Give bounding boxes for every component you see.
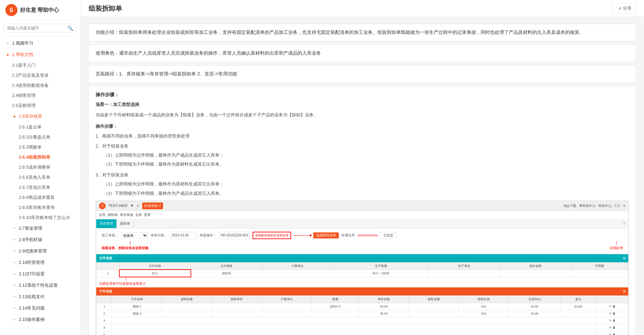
mock-ctd-4-0: 5 <box>97 331 112 335</box>
sidebar-item-label-2-14: 2.14常见问题 <box>19 305 45 311</box>
mock-ctd-0-9: 01.00 <box>509 303 560 310</box>
mock-ctd-2-rest <box>112 317 596 324</box>
sidebar-item-label-2-6: 2.6库存核算 <box>19 113 42 119</box>
logo-text: 好生意 帮助中心 <box>20 7 59 14</box>
sidebar-item-label-2-13: 2.13在线支付 <box>19 294 45 300</box>
mock-child-header: 子件信息 ⊞ <box>96 287 628 295</box>
content-area: 功能介绍：组装拆卸单用来处理企业组装或拆卸等加工业务，支持有固定装配清单的产品加… <box>80 17 644 335</box>
sidebar-item-docs[interactable]: ● 2.帮助文档 <box>0 49 80 60</box>
sidebar-item-2-6-8[interactable]: 2.6.8商品成本重算 <box>0 192 80 203</box>
mock-ctd-0-4 <box>262 303 312 310</box>
sidebar-item-2-6-7[interactable]: 2.6.7其他出库单 <box>0 182 80 192</box>
step3-sub1: （1）上部明细为父件明细，最终作为原材料生成其它出库单； <box>96 180 629 188</box>
sidebar-item-2-3[interactable]: 2.3使用前数据准备 <box>0 80 80 91</box>
sidebar-item-2-5[interactable]: 2.5采购管理 <box>0 101 80 111</box>
sidebar-item-2-13[interactable]: + 2.13在线支付 <box>0 291 80 302</box>
mock-ctd-0-6: 30.00 <box>359 303 409 310</box>
mock-ctd-4-rest <box>112 331 596 335</box>
sidebar-item-2-14[interactable]: + 2.14常见问题 <box>0 302 80 314</box>
mock-annotation1-label: 有装配清单的在这里处理 <box>253 232 291 239</box>
mock-cth-0 <box>97 296 112 303</box>
mock-btn-peizhi[interactable]: 选择配料清单 <box>313 232 339 238</box>
step2: 2、对于组装业务 <box>96 142 629 150</box>
mock-th-7: 可用量 <box>571 263 628 270</box>
mock-cangku-input[interactable] <box>358 235 378 236</box>
mock-td-name: 夹心 <box>119 270 191 277</box>
mock-ctd-1-1: 煤炭 2 <box>112 310 162 317</box>
sidebar-item-2-6-3[interactable]: 2.6.3调拨单 <box>0 142 80 152</box>
sidebar-item-videos[interactable]: + 1.视频学习 <box>0 38 80 49</box>
mock-td-0: 1 <box>97 270 120 277</box>
sidebar-item-2-10[interactable]: + 2.10经营管理 <box>0 257 80 268</box>
mock-arrow4: 无固定清单可以直接在这里录入 <box>99 278 146 287</box>
sidebar-item-2-6-2[interactable]: 2.6.2分量盘点单 <box>0 132 80 142</box>
mock-ctd-3-0: 4 <box>97 324 112 331</box>
sidebar-item-2-4[interactable]: 2.4销售管理 <box>0 91 80 101</box>
search-icon[interactable]: 🔍 <box>67 25 73 31</box>
mock-ctd-3-11: ✎ 🗑 <box>596 324 628 331</box>
sidebar-item-2-6-9[interactable]: 2.6.9库存账本查询 <box>0 203 80 213</box>
mock-titlebar: 6 TEST-H002 ▼ ⚙ 防崩溃板-X App下载 🛠帮助中心 帮助中心 … <box>96 201 628 211</box>
mock-ctd-1-2 <box>162 310 212 317</box>
sidebar: 6 好生意 帮助中心 🔍 + 1.视频学习 ● 2.帮助文档 2.1新手入门 2… <box>0 0 80 335</box>
table-row: 1 煤炭 1 达到1+2 30.00 001 <box>97 303 628 310</box>
table-row: 4✎ 🗑 <box>97 324 628 331</box>
mock-tab-kucun[interactable]: 库存管理 <box>96 219 117 228</box>
mock-title-right: App下载 🛠帮助中心 帮助中心 C.C ✕ <box>564 203 626 209</box>
sidebar-item-2-7[interactable]: + 2.7资金管理 <box>0 223 80 234</box>
mock-th-4: 生产数量 <box>333 263 429 270</box>
expand-icon-2-8: + <box>12 237 17 242</box>
mock-child-label: 子件信息 <box>99 288 112 294</box>
steps-block: 操作步骤： 场景一：加工类型选择 当由多个子件材料组装成一个成品的业务为【组装】… <box>89 86 636 335</box>
sidebar-item-2-12[interactable]: + 2.12系统个性化设置 <box>0 280 80 291</box>
mock-ctd-1-6: 35.00 <box>359 310 409 317</box>
mock-th-3: 计量单位 <box>262 263 333 270</box>
mock-select-jiagong[interactable]: 组装单 拆卸单 <box>121 233 148 238</box>
mock-user: 帮助中心 <box>598 203 612 209</box>
mock-form-row1: 加工单据： 组装单 拆卸单 录单日期： 2019-12-26 单据编号： AD-… <box>99 230 626 240</box>
share-button[interactable]: ↗ 分享 <box>612 3 636 13</box>
sidebar-item-2-11[interactable]: + 2.11打印设置 <box>0 268 80 280</box>
mock-th-2: 父件规格 <box>191 263 262 270</box>
mock-td-unit <box>262 270 333 277</box>
mock-ctd-0-7 <box>409 303 459 310</box>
sidebar-item-2-6[interactable]: ● 2.6库存核算 <box>0 111 80 122</box>
expand-icon-1: + <box>5 41 10 46</box>
sidebar-item-2-15[interactable]: + 2.15操作案例 <box>0 314 80 325</box>
mock-tab-new[interactable]: 新郎单 <box>117 219 134 228</box>
mock-cth-9: 仓库(MV) <box>509 296 560 303</box>
search-box[interactable]: 🔍 <box>4 24 76 33</box>
mock-annotation2-text: 启用处理 <box>609 245 623 251</box>
screenshot-mock: 6 TEST-H002 ▼ ⚙ 防崩溃板-X App下载 🛠帮助中心 帮助中心 … <box>96 201 629 335</box>
scene1-title: 场景一：加工类型选择 <box>96 101 629 108</box>
sidebar-item-2-2[interactable]: 2.2产品安装及登录 <box>0 70 80 80</box>
sidebar-item-2-8[interactable]: + 2.8手机旺辅 <box>0 234 80 245</box>
mock-btn-submit[interactable]: 立定定 <box>380 232 396 239</box>
mock-td-avail <box>571 270 628 277</box>
sidebar-item-2-6-4[interactable]: 2.6.4组装拆卸单 <box>0 152 80 162</box>
steps-label: 操作步骤： <box>96 122 629 130</box>
search-input[interactable] <box>7 26 67 31</box>
mock-ctd-0-1: 煤炭 1 <box>112 303 162 310</box>
mock-label-date: 录单日期： <box>151 232 167 238</box>
sidebar-item-2-6-6[interactable]: 2.6.6其他入库单 <box>0 172 80 182</box>
mock-ctd-1-10 <box>560 310 596 317</box>
sidebar-item-2-9[interactable]: + 2.9优惠券管理 <box>0 245 80 257</box>
sidebar-item-label-2-7: 2.7资金管理 <box>19 225 42 231</box>
sidebar-item-label-2-10: 2.10经营管理 <box>19 260 45 266</box>
mock-close-icon: ✕ <box>623 203 626 209</box>
sidebar-item-2-6-5[interactable]: 2.6.5成本调整单 <box>0 162 80 172</box>
mock-form-area: 加工单据： 组装单 拆卸单 录单日期： 2019-12-26 单据编号： AD-… <box>96 228 628 254</box>
mock-bianhao-value: AD-20191226-001 <box>219 232 250 239</box>
table-row: 2 煤炭 2 35.00 001 <box>97 310 628 317</box>
sidebar-item-2-6-10[interactable]: 2.6.10库存账本错了怎么办 <box>0 213 80 223</box>
mock-td-cost <box>500 270 571 277</box>
mock-cth-3: 损耗单价 <box>212 296 262 303</box>
sidebar-item-2-6-1[interactable]: 2.6.1盘点单 <box>0 122 80 132</box>
mock-ctd-0-11: ✎ 🗑 <box>596 303 628 310</box>
step3: 3、对于拆装业务 <box>96 171 629 179</box>
mock-ctd-1-0: 2 <box>97 310 112 317</box>
mock-cth-2: 损耗的量 <box>162 296 212 303</box>
sidebar-item-2-1[interactable]: 2.1新手入门 <box>0 60 80 70</box>
mock-nav: 自页 新郎单 库存单据 仓库 营养 <box>96 211 628 219</box>
